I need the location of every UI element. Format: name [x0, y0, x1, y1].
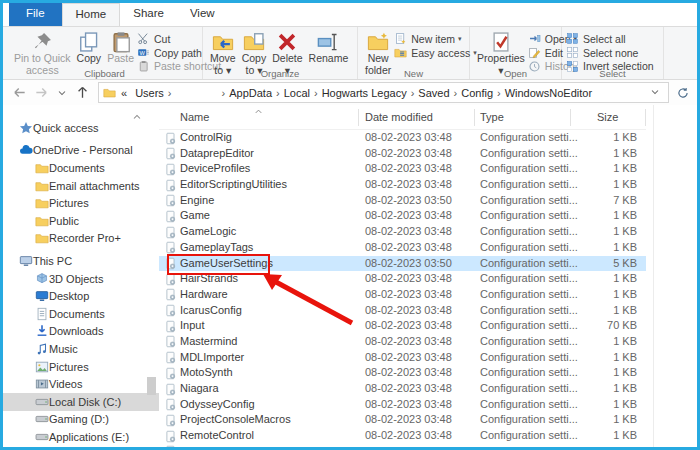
folder-icon [35, 179, 49, 193]
sidebar-item-documents[interactable]: Documents [3, 305, 159, 323]
file-row-game[interactable]: Game08-02-2023 03:48Configuration setti.… [159, 208, 646, 224]
file-name: ControlRig [180, 130, 232, 146]
up-button[interactable] [75, 85, 90, 100]
file-row-mastermind[interactable]: Mastermind08-02-2023 03:48Configuration … [159, 334, 646, 350]
breadcrumb-segment[interactable]: « [117, 87, 131, 99]
breadcrumb-segment[interactable]: WindowsNoEditor [501, 87, 596, 99]
sidebar-item-label: Pictures [49, 197, 89, 209]
ribbon-group-open: Properties▾Open▾EditHistoryOpen [470, 27, 562, 79]
file-name: Input [180, 318, 204, 334]
sidebar-scrollbar-thumb[interactable] [147, 377, 156, 395]
sidebar-item-local-disk-c[interactable]: Local Disk (C:) [3, 393, 159, 411]
file-row-projectconsolemacros[interactable]: ProjectConsoleMacros08-02-2023 03:48Conf… [159, 412, 646, 428]
select-all-icon [566, 32, 579, 45]
folder-icon [35, 161, 49, 175]
file-row-dataprepeditor[interactable]: DataprepEditor08-02-2023 03:48Configurat… [159, 146, 646, 162]
address-dropdown-button[interactable] [645, 86, 665, 100]
file-row-motosynth[interactable]: MotoSynth08-02-2023 03:48Configuration s… [159, 365, 646, 381]
file-row-controlrig[interactable]: ControlRig08-02-2023 03:48Configuration … [159, 130, 646, 146]
file-date-modified: 08-02-2023 03:48 [365, 318, 452, 334]
tab-share[interactable]: Share [120, 3, 177, 26]
column-separator[interactable] [570, 109, 571, 126]
recent-locations-button[interactable] [56, 87, 68, 99]
refresh-icon [676, 86, 690, 100]
video-icon [35, 377, 49, 391]
sidebar-item-public[interactable]: Public [3, 212, 159, 230]
button-label: Rename [309, 53, 349, 65]
cloud-icon [19, 143, 33, 157]
sidebar-item-recorder-pro[interactable]: Recorder Pro+ [3, 230, 159, 248]
sidebar-item-onedrive-personal[interactable]: OneDrive - Personal [3, 142, 159, 160]
breadcrumb-segment[interactable]: AppData [225, 87, 276, 99]
file-row-hardware[interactable]: Hardware08-02-2023 03:48Configuration se… [159, 287, 646, 303]
file-row-input[interactable]: Input08-02-2023 03:48Configuration setti… [159, 318, 646, 334]
column-separator[interactable] [358, 109, 359, 126]
rename-button[interactable]: Rename [306, 29, 352, 66]
file-date-modified: 08-02-2023 03:48 [365, 240, 452, 256]
breadcrumb-segment[interactable]: Hogwarts Legacy [318, 87, 411, 99]
file-type: Configuration setti... [480, 334, 578, 350]
delete-icon [276, 31, 298, 53]
file-row-niagara[interactable]: Niagara08-02-2023 03:48Configuration set… [159, 381, 646, 397]
sidebar-item-documents[interactable]: Documents [3, 159, 159, 177]
dropdown-caret-icon: ▾ [458, 35, 462, 43]
file-icon [165, 226, 177, 239]
file-date-modified: 08-02-2023 03:48 [365, 350, 452, 366]
file-row-editorscriptingutilities[interactable]: EditorScriptingUtilities08-02-2023 03:48… [159, 177, 646, 193]
column-separator[interactable] [474, 109, 475, 126]
sidebar-scroll-up-icon[interactable] [131, 109, 143, 127]
sidebar-item-desktop[interactable]: Desktop [3, 287, 159, 305]
breadcrumb-segment[interactable]: Local [280, 87, 314, 99]
column-header-size[interactable]: Size [597, 111, 618, 123]
sidebar-item-downloads[interactable]: Downloads [3, 323, 159, 341]
tab-file[interactable]: File [9, 3, 62, 26]
easy-access-button[interactable]: Easy access▾ [394, 46, 476, 60]
file-row-deviceprofiles[interactable]: DeviceProfiles08-02-2023 03:48Configurat… [159, 161, 646, 177]
file-row-engine[interactable]: Engine08-02-2023 03:50Configuration sett… [159, 193, 646, 209]
column-header-date-modified[interactable]: Date modified [365, 111, 433, 123]
sidebar-item-label: Videos [49, 378, 82, 390]
sidebar-item-this-pc[interactable]: This PC [3, 252, 159, 270]
sidebar-item-pictures[interactable]: Pictures [3, 358, 159, 376]
file-type: Configuration setti... [480, 287, 578, 303]
column-header-type[interactable]: Type [480, 111, 504, 123]
file-icon [165, 383, 177, 396]
file-row[interactable]: 08-02-2023 03:48Configuration setti...1 … [159, 444, 646, 450]
sidebar-item-videos[interactable]: Videos [3, 375, 159, 393]
move-to-icon [212, 31, 234, 53]
new-item-button[interactable]: New item▾ [394, 32, 476, 46]
nav-buttons [3, 85, 98, 100]
tab-home[interactable]: Home [62, 3, 121, 26]
file-row-gamelogic[interactable]: GameLogic08-02-2023 03:48Configuration s… [159, 224, 646, 240]
file-row-icarusconfig[interactable]: IcarusConfig08-02-2023 03:48Configuratio… [159, 303, 646, 319]
back-button[interactable] [12, 85, 27, 100]
forward-button[interactable] [34, 85, 49, 100]
address-breadcrumb-field[interactable]: «Users››AppData›Local›Hogwarts Legacy›Sa… [98, 82, 669, 103]
sidebar-item-applications-e[interactable]: Applications (E:) [3, 428, 159, 446]
sidebar-item-pictures[interactable]: Pictures [3, 194, 159, 212]
refresh-button[interactable] [669, 83, 697, 102]
breadcrumb-segment[interactable]: Users [131, 87, 168, 99]
breadcrumb-segment[interactable]: Saved [414, 87, 453, 99]
column-separator[interactable] [645, 109, 646, 126]
sidebar-item-email-attachments[interactable]: Email attachments [3, 177, 159, 195]
tab-view[interactable]: View [177, 3, 228, 26]
file-size: 1 KB [613, 412, 637, 428]
file-icon [165, 241, 177, 254]
select-all-button[interactable]: Select all [566, 32, 654, 46]
file-name: RemoteControl [180, 428, 254, 444]
file-row-odysseyconfig[interactable]: OdysseyConfig08-02-2023 03:48Configurati… [159, 397, 646, 413]
breadcrumb-segment[interactable]: Config [457, 87, 497, 99]
sidebar-item-gaming-d[interactable]: Gaming (D:) [3, 411, 159, 429]
config-file-icon [165, 304, 177, 317]
sidebar-item-music[interactable]: Music [3, 340, 159, 358]
column-header-name[interactable]: Name [180, 111, 209, 123]
sidebar-item-3d-objects[interactable]: 3D Objects [3, 270, 159, 288]
ribbon-group-select: Select allSelect noneInvert selectionSel… [562, 27, 664, 79]
file-row-remotecontrol[interactable]: RemoteControl08-02-2023 03:48Configurati… [159, 428, 646, 444]
file-row-mdlimporter[interactable]: MDLImporter08-02-2023 03:48Configuration… [159, 350, 646, 366]
paste-button[interactable]: Paste [104, 29, 137, 66]
select-none-button[interactable]: Select none [566, 46, 654, 60]
copy-button[interactable]: Copy [74, 29, 105, 66]
sidebar-item-label: Recorder Pro+ [49, 232, 121, 244]
